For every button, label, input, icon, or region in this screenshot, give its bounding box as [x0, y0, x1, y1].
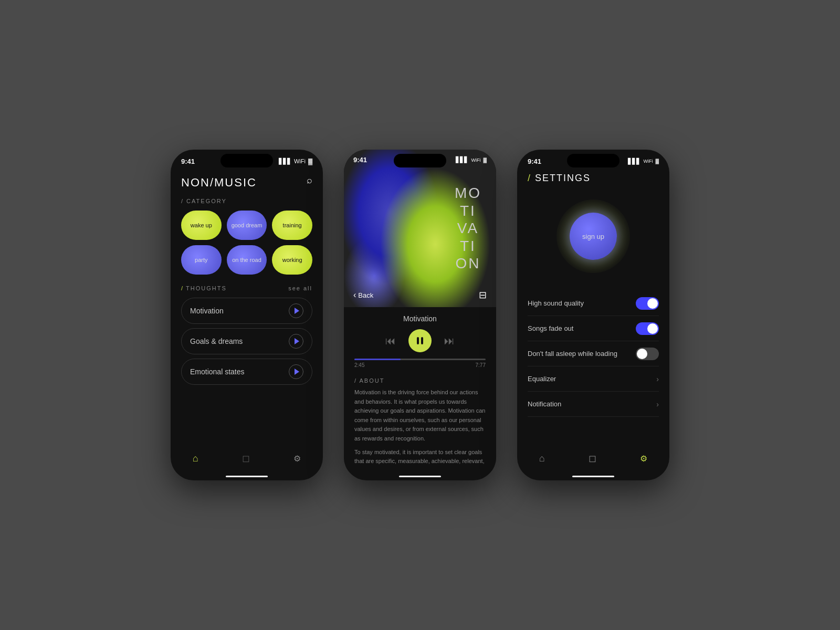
training-label: training [283, 222, 302, 228]
battery-icon-2: ▓ [483, 158, 487, 163]
category-grid: wake up good dream training party on the… [181, 211, 312, 275]
nav-bookmark-1[interactable]: ◻ [242, 453, 250, 464]
status-bar-3: 9:41 ▋▋▋ WiFi ▓ [517, 150, 669, 169]
playback-controls: ⏮ ⏭ [354, 329, 486, 352]
status-time-1: 9:41 [181, 158, 195, 165]
bookmark-icon-nav-3: ◻ [589, 453, 596, 464]
sign-up-button[interactable]: sign up [570, 213, 617, 260]
search-icon[interactable]: ⌕ [307, 175, 312, 186]
equalizer-icon-3: ⚙ [640, 454, 647, 464]
party-label: party [195, 257, 207, 263]
home-indicator-2 [399, 476, 441, 477]
settings-content: / SETTINGS sign up High sound quality So… [517, 173, 669, 417]
thoughts-section-label: /THOUGHTS see all [181, 285, 312, 291]
phone-settings: 9:41 ▋▋▋ WiFi ▓ / SETTINGS sign up High … [517, 150, 669, 480]
equalizer-label: Equalizer [528, 375, 556, 383]
see-all-link[interactable]: see all [288, 285, 312, 291]
setting-songs-fade[interactable]: Songs fade out [528, 316, 659, 341]
signal-icon-2: ▋▋▋ [456, 156, 468, 163]
songs-fade-toggle[interactable] [636, 322, 659, 335]
battery-icon-1: ▓ [308, 158, 312, 164]
player-controls-section: Motivation ⏮ ⏭ 2:45 7:77 [344, 307, 496, 377]
phone-player: 9:41 ▋▋▋ WiFi ▓ ‹ Back ⊟ MOTIVATION Moti… [344, 150, 496, 480]
play-motivation-button[interactable] [289, 303, 303, 318]
prev-button[interactable]: ⏮ [385, 335, 396, 347]
category-party[interactable]: party [181, 245, 222, 275]
status-icons-2: ▋▋▋ WiFi ▓ [456, 156, 487, 163]
nav-eq-1[interactable]: ⚙ [293, 454, 301, 464]
status-time-3: 9:41 [528, 158, 541, 165]
about-section: / ABOUT Motivation is the driving force … [344, 377, 496, 471]
track-title-vertical: MOTIVATION [455, 184, 481, 272]
home-indicator-1 [226, 476, 268, 477]
wifi-icon-3: WiFi [643, 159, 653, 164]
track-name: Motivation [354, 314, 486, 323]
time-current: 2:45 [354, 362, 364, 368]
status-bar-1: 9:41 ▋▋▋ WiFi ▓ [171, 150, 323, 169]
time-total: 7:77 [476, 362, 486, 368]
next-button[interactable]: ⏭ [444, 335, 455, 347]
category-section-label: / CATEGORY [181, 198, 312, 204]
category-working[interactable]: working [272, 245, 312, 275]
pause-bar-1 [417, 337, 419, 344]
setting-dont-sleep[interactable]: Don't fall asleep while loading [528, 341, 659, 366]
signal-icon-1: ▋▋▋ [279, 158, 291, 165]
high-sound-knob [647, 298, 658, 309]
settings-title: / SETTINGS [528, 173, 659, 184]
category-on-the-road[interactable]: on the road [227, 245, 267, 275]
signal-icon-3: ▋▋▋ [628, 158, 640, 165]
setting-equalizer[interactable]: Equalizer › [528, 366, 659, 392]
progress-fill [354, 359, 401, 360]
thought-emotional[interactable]: Emotional states [181, 359, 312, 385]
player-artwork: 9:41 ▋▋▋ WiFi ▓ ‹ Back ⊟ MOTIVATION [344, 150, 496, 307]
wifi-icon-2: WiFi [471, 158, 480, 163]
setting-high-sound[interactable]: High sound quality [528, 291, 659, 316]
wake-up-label: wake up [191, 222, 212, 228]
pause-bar-2 [421, 337, 423, 344]
sign-up-label: sign up [582, 233, 604, 240]
working-label: working [282, 257, 302, 263]
home-indicator-3 [572, 476, 614, 477]
pause-button[interactable] [408, 329, 432, 352]
setting-notification[interactable]: Notification › [528, 392, 659, 417]
pause-icon [417, 337, 423, 344]
bookmark-icon-player[interactable]: ⊟ [479, 289, 487, 301]
songs-fade-label: Songs fade out [528, 324, 573, 332]
thought-emotional-label: Emotional states [190, 368, 245, 376]
progress-bar[interactable] [354, 359, 486, 360]
status-icons-3: ▋▋▋ WiFi ▓ [628, 158, 659, 165]
thoughts-label-text: THOUGHTS [186, 285, 227, 291]
nav-eq-3[interactable]: ⚙ [640, 454, 647, 464]
home-icon-1: ⌂ [193, 453, 198, 464]
play-triangle-icon-3 [295, 369, 299, 375]
home-icon-3: ⌂ [539, 453, 545, 464]
player-header: 9:41 ▋▋▋ WiFi ▓ [344, 150, 496, 170]
category-training[interactable]: training [272, 211, 312, 240]
bottom-nav-3: ⌂ ◻ ⚙ [517, 444, 669, 480]
wifi-icon-1: WiFi [294, 158, 306, 164]
bookmark-icon-nav-1: ◻ [242, 453, 250, 464]
play-emotional-button[interactable] [289, 364, 303, 379]
about-label: / ABOUT [354, 377, 486, 384]
progress-times: 2:45 7:77 [354, 362, 486, 368]
app-title: NON/MUSIC [181, 176, 257, 190]
thought-motivation[interactable]: Motivation [181, 298, 312, 324]
category-good-dream[interactable]: good dream [227, 211, 267, 240]
thought-goals[interactable]: Goals & dreams [181, 328, 312, 354]
thought-goals-label: Goals & dreams [190, 337, 243, 345]
home-content: NON/MUSIC ⌕ / CATEGORY wake up good drea… [171, 172, 323, 385]
back-button[interactable]: ‹ Back [353, 290, 373, 300]
play-triangle-icon [295, 308, 299, 314]
dont-sleep-toggle[interactable] [636, 348, 659, 360]
play-goals-button[interactable] [289, 334, 303, 349]
bottom-nav-1: ⌂ ◻ ⚙ [171, 444, 323, 480]
nav-home-3[interactable]: ⌂ [539, 453, 545, 464]
progress-container: 2:45 7:77 [354, 359, 486, 368]
sign-up-circle-container: sign up [528, 194, 659, 278]
nav-bookmark-3[interactable]: ◻ [589, 453, 596, 464]
category-wake-up[interactable]: wake up [181, 211, 222, 240]
high-sound-toggle[interactable] [636, 297, 659, 310]
nav-home-1[interactable]: ⌂ [193, 453, 198, 464]
dont-sleep-knob [637, 349, 647, 359]
thought-motivation-label: Motivation [190, 307, 224, 315]
